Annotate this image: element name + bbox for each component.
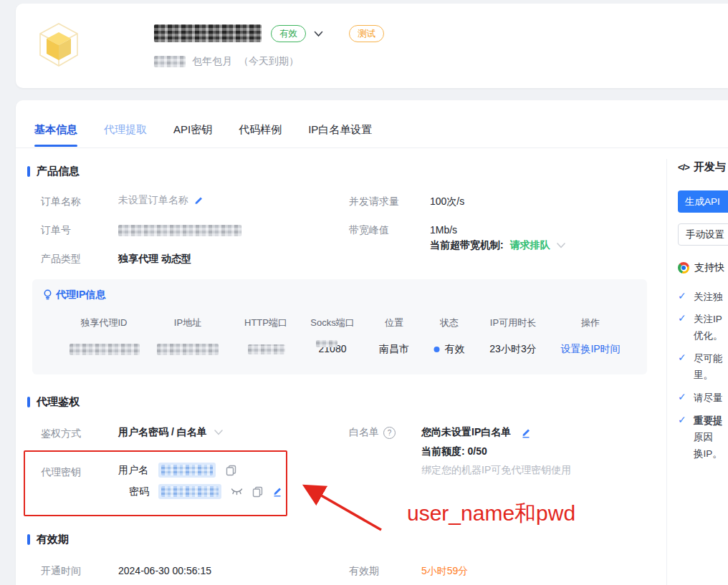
expiry-text: （今天到期） xyxy=(239,55,299,68)
order-detail-card: 基本信息 代理提取 API密钥 代码样例 IP白名单设置 产品信息 订单名称 未… xyxy=(16,100,728,585)
proxy-ip-info-box: 代理IP信息 独享代理ID IP地址 HTTP端口 Socks端口 位置 状态 … xyxy=(32,279,647,374)
product-type-value: 独享代理 动态型 xyxy=(118,253,191,266)
check-icon: ✓ xyxy=(678,352,686,363)
censored-order-no xyxy=(118,225,241,236)
whitelist-quota: 当前额度: 0/50 xyxy=(421,445,487,458)
censored-proxy-id xyxy=(70,344,140,355)
concurrency-value: 100次/s xyxy=(430,195,464,208)
section-title: 产品信息 xyxy=(37,165,80,178)
tip-2-line-1: 关注IP xyxy=(694,313,722,326)
col-location: 位置 xyxy=(385,316,403,329)
check-icon: ✓ xyxy=(678,414,686,425)
order-subtitle: 包年包月 （今天到期） xyxy=(154,55,299,68)
test-badge: 测试 xyxy=(349,25,384,42)
col-duration: IP可用时长 xyxy=(490,316,536,329)
proxy-ip-info-header: 代理IP信息 xyxy=(43,289,105,301)
product-type-label: 产品类型 xyxy=(41,253,81,266)
generate-api-button[interactable]: 生成API xyxy=(678,190,728,213)
col-status: 状态 xyxy=(440,316,459,329)
over-bandwidth-row: 当前超带宽机制: 请求排队 xyxy=(430,239,565,252)
validity-label: 有效期 xyxy=(349,565,379,578)
censored-order-title xyxy=(154,24,262,42)
help-icon[interactable]: ? xyxy=(383,427,396,439)
censored-username xyxy=(161,465,213,475)
active-tab-underline xyxy=(34,145,77,147)
chevron-down-icon[interactable] xyxy=(314,31,323,37)
status-badge: 有效 xyxy=(271,25,306,42)
section-title: 代理鉴权 xyxy=(37,395,80,409)
order-name-value-row: 未设置订单名称 xyxy=(118,194,203,207)
proxy-key-label: 代理密钥 xyxy=(41,466,81,479)
col-ip-address: IP地址 xyxy=(174,316,201,329)
section-title: 有效期 xyxy=(37,533,69,546)
bandwidth-value: 1Mb/s xyxy=(430,224,457,236)
over-bandwidth-label: 当前超带宽机制: xyxy=(430,239,504,252)
tab-ip-whitelist[interactable]: IP白名单设置 xyxy=(308,123,372,137)
tab-divider xyxy=(16,148,728,148)
tab-api-key[interactable]: API密钥 xyxy=(173,123,212,137)
username-row: 用户名 xyxy=(118,463,236,478)
location-value: 南昌市 xyxy=(379,343,409,356)
edit-order-name-icon[interactable] xyxy=(193,195,203,206)
password-label: 密码 xyxy=(129,485,149,498)
manual-setting-button[interactable]: 手动设置 xyxy=(678,223,728,246)
tip-3-line-2: 里。 xyxy=(694,369,713,382)
sidebar-divider xyxy=(666,159,667,585)
open-time-label: 开通时间 xyxy=(41,565,81,578)
username-value-censored xyxy=(158,463,216,478)
edit-whitelist-icon[interactable] xyxy=(521,427,531,438)
whitelist-hint: 绑定您的机器IP可免代理密钥使用 xyxy=(421,464,571,477)
annotation-highlight-box xyxy=(24,450,287,516)
auth-method-value: 用户名密码 / 白名单 xyxy=(118,426,207,439)
tip-1: 关注独 xyxy=(694,291,723,304)
tab-basic-info[interactable]: 基本信息 xyxy=(34,123,77,137)
username-label: 用户名 xyxy=(118,464,148,477)
tip-3-line-1: 尽可能 xyxy=(694,352,723,365)
tip-5-line-3: 换IP。 xyxy=(694,448,722,460)
chevron-down-icon[interactable] xyxy=(557,243,565,248)
bandwidth-label: 带宽峰值 xyxy=(349,224,389,237)
whitelist-label-row: 白名单 ? xyxy=(349,426,396,439)
section-bar xyxy=(27,397,30,407)
check-icon: ✓ xyxy=(678,290,686,301)
section-product-info: 产品信息 xyxy=(27,165,80,178)
lightbulb-icon xyxy=(43,289,52,301)
chevron-down-icon[interactable] xyxy=(214,430,223,435)
section-validity: 有效期 xyxy=(27,533,69,546)
edit-password-icon[interactable] xyxy=(272,486,282,497)
col-proxy-id: 独享代理ID xyxy=(81,316,128,329)
code-icon: </> xyxy=(678,162,689,173)
copy-username-icon[interactable] xyxy=(226,465,236,476)
censored-subtitle-prefix xyxy=(154,56,186,67)
section-bar xyxy=(27,534,30,545)
tab-proxy-extract[interactable]: 代理提取 xyxy=(104,123,147,137)
proxy-order-detail-page: { "header": { "badge_valid": "有效", "badg… xyxy=(0,0,728,585)
chrome-support-text: 支持快 xyxy=(694,261,724,274)
section-bar xyxy=(27,166,30,177)
chrome-icon xyxy=(678,262,689,274)
tip-5-line-1: 重要提 xyxy=(694,415,723,427)
concurrency-label: 并发请求量 xyxy=(349,195,399,208)
order-name-label: 订单名称 xyxy=(41,195,81,208)
tab-code-sample[interactable]: 代码样例 xyxy=(239,123,282,137)
auth-method-value-row[interactable]: 用户名密码 / 白名单 xyxy=(118,426,223,439)
whitelist-value-row: 您尚未设置IP白名单 xyxy=(421,426,531,439)
check-icon: ✓ xyxy=(678,312,686,324)
order-no-label: 订单号 xyxy=(41,224,71,237)
check-icon: ✓ xyxy=(678,391,686,402)
tab-bar: 基本信息 代理提取 API密钥 代码样例 IP白名单设置 xyxy=(34,123,372,137)
col-http-port: HTTP端口 xyxy=(244,316,287,329)
order-header-card: 有效 测试 包年包月 （今天到期） xyxy=(16,4,728,88)
censored-http-port xyxy=(248,344,285,354)
set-ip-rotation-link[interactable]: 设置换IP时间 xyxy=(560,343,620,356)
censored-ip-address xyxy=(157,344,219,355)
status-dot xyxy=(434,347,440,352)
tip-5-line-2: 原因 xyxy=(694,431,713,444)
order-name-value: 未设置订单名称 xyxy=(118,194,188,207)
annotation-text: user_name和pwd xyxy=(407,499,575,528)
tip-2-line-2: 优化。 xyxy=(694,329,723,342)
copy-password-icon[interactable] xyxy=(252,486,263,498)
over-bandwidth-value[interactable]: 请求排队 xyxy=(510,239,550,252)
whitelist-label: 白名单 xyxy=(349,426,379,439)
eye-closed-icon[interactable] xyxy=(231,488,243,496)
